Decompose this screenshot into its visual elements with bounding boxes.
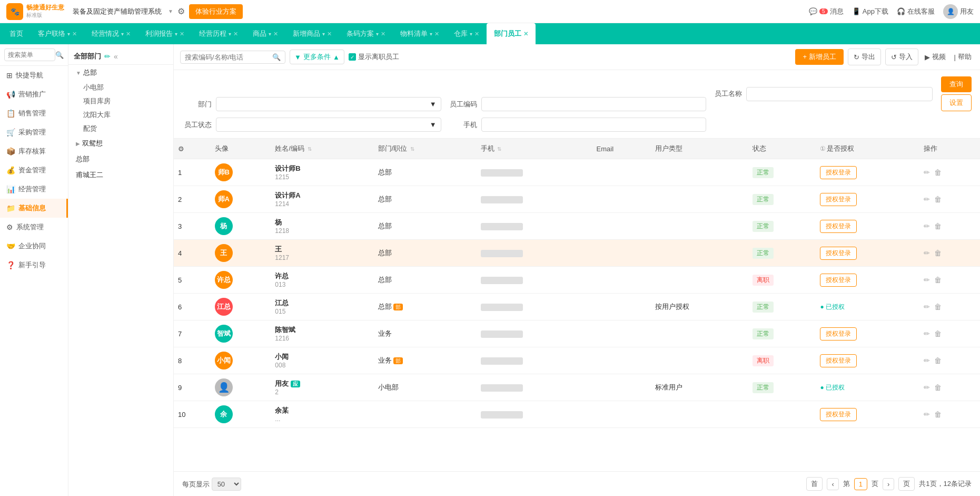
col-name[interactable]: 姓名/编码 ⇅ [271,139,373,159]
set-button[interactable]: 设置 [941,94,972,111]
auth-button[interactable]: 授权登录 [820,274,857,287]
edit-icon[interactable]: ✏ [924,168,930,177]
dept-node-shuangyuan[interactable]: ▶ 双鸳想 [68,135,173,151]
sidebar-item-basic[interactable]: 📁 基础信息 [0,199,68,218]
sidebar-item-purchase[interactable]: 🛒 采购管理 [0,123,68,142]
delete-icon[interactable]: 🗑 [934,249,942,257]
tab-warehouse[interactable]: 仓库 ▾ ✕ [447,23,487,44]
tab-history[interactable]: 经营历程 ▾ ✕ [192,23,245,44]
dept-edit-icon[interactable]: ✏ [104,52,111,61]
sidebar-item-quick-nav[interactable]: ⊞ 快捷导航 [0,66,68,85]
col-settings[interactable]: ⚙ [174,139,211,159]
experience-btn[interactable]: 体验行业方案 [189,4,243,19]
sidebar-item-operation[interactable]: 📊 经营管理 [0,180,68,199]
message-icon-area[interactable]: 💬 5 消息 [809,7,844,16]
page-last-btn[interactable]: 页 [898,477,915,491]
view-button[interactable]: ▶ 视频 [923,49,948,65]
tab-barcode[interactable]: 条码方案 ▾ ✕ [339,23,393,44]
delete-icon[interactable]: 🗑 [934,356,942,365]
col-dept[interactable]: 部门/职位 ⇅ [374,139,477,159]
dept-child-xiaodian[interactable]: 小电部 [68,81,173,94]
delete-icon[interactable]: 🗑 [934,383,942,392]
dept-collapse-icon[interactable]: « [114,52,118,61]
delete-icon[interactable]: 🗑 [934,168,942,177]
show-resigned-toggle[interactable]: ✓ 显示离职员工 [349,52,399,62]
tab-history-close[interactable]: ✕ [233,31,238,37]
edit-icon[interactable]: ✏ [924,303,930,311]
show-resigned-checkbox[interactable]: ✓ [349,53,356,61]
online-service-area[interactable]: 🎧 在线客服 [897,7,935,16]
auth-button[interactable]: 授权登录 [820,247,857,260]
col-phone[interactable]: 手机 ⇅ [477,139,592,159]
tab-barcode-close[interactable]: ✕ [381,31,385,37]
edit-icon[interactable]: ✏ [924,383,930,392]
edit-icon[interactable]: ✏ [924,410,930,419]
user-area[interactable]: 👤 用友 [943,4,974,19]
import-button[interactable]: ↺ 导入 [885,48,918,65]
filter-more-btn[interactable]: ▼ 更多条件 ▲ [290,50,344,64]
delete-icon[interactable]: 🗑 [934,222,942,230]
sidebar-item-system[interactable]: ⚙ 系统管理 [0,218,68,237]
dept-child-xiangmu[interactable]: 项目库房 [68,94,173,108]
dept-select[interactable]: ▼ [216,97,441,111]
page-next-btn[interactable]: › [883,478,894,490]
export-button[interactable]: ↻ 导出 [848,48,881,65]
tab-goods-close[interactable]: ✕ [273,31,278,37]
auth-button[interactable]: 授权登录 [820,220,857,233]
emp-name-input[interactable] [746,87,933,101]
dept-node-zongbu[interactable]: ▼ 总部 [68,65,173,81]
tab-new-goods[interactable]: 新增商品 ▾ ✕ [285,23,339,44]
sidebar-item-marketing[interactable]: 📢 营销推广 [0,85,68,104]
delete-icon[interactable]: 🗑 [934,276,942,284]
auth-button[interactable]: 授权登录 [820,354,857,367]
dept-node-pucheng[interactable]: 甫城王二 [68,167,173,183]
tab-warehouse-close[interactable]: ✕ [474,31,479,37]
tab-goods[interactable]: 商品 ▾ ✕ [245,23,285,44]
sidebar-item-sales[interactable]: 📋 销售管理 [0,104,68,123]
auth-button[interactable]: 授权登录 [820,166,857,179]
help-button[interactable]: | 帮助 [952,49,974,65]
auth-button[interactable]: 授权登录 [820,408,857,421]
tab-department-close[interactable]: ✕ [523,31,528,37]
tab-profit-close[interactable]: ✕ [180,31,184,37]
tab-home[interactable]: 首页 [2,23,31,44]
page-first-btn[interactable]: 首 [806,477,823,491]
sidebar-item-inventory[interactable]: 📦 库存核算 [0,142,68,161]
dept-child-peihuo[interactable]: 配货 [68,122,173,135]
edit-icon[interactable]: ✏ [924,329,930,338]
settings-icon[interactable]: ⚙ [177,6,185,16]
delete-icon[interactable]: 🗑 [934,303,942,311]
page-prev-btn[interactable]: ‹ [827,478,838,490]
query-button[interactable]: 查询 [941,76,972,92]
delete-icon[interactable]: 🗑 [934,195,942,203]
edit-icon[interactable]: ✏ [924,276,930,284]
system-dropdown-arrow[interactable]: ▼ [168,8,173,14]
emp-code-input[interactable] [481,97,707,111]
edit-icon[interactable]: ✏ [924,356,930,365]
auth-button[interactable]: 授权登录 [820,193,857,206]
edit-icon[interactable]: ✏ [924,195,930,203]
tab-business[interactable]: 经营情况 ▾ ✕ [84,23,138,44]
phone-input[interactable] [481,118,707,132]
delete-icon[interactable]: 🗑 [934,329,942,338]
app-download-area[interactable]: 📱 App下载 [852,7,888,16]
sidebar-search-input[interactable] [4,48,55,61]
tab-new-goods-close[interactable]: ✕ [327,31,332,37]
tab-material-close[interactable]: ✕ [434,31,439,37]
auth-button[interactable]: 授权登录 [820,327,857,341]
delete-icon[interactable]: 🗑 [934,410,942,419]
edit-icon[interactable]: ✏ [924,249,930,257]
status-select[interactable]: ▼ [216,118,441,132]
dept-node-zongbu2[interactable]: 总部 [68,151,173,167]
sidebar-item-finance[interactable]: 💰 资金管理 [0,161,68,180]
tab-customer[interactable]: 客户联络 ▾ ✕ [31,23,84,44]
add-employee-button[interactable]: + 新增员工 [795,49,843,65]
dept-child-shenyang[interactable]: 沈阳大库 [68,108,173,122]
sidebar-item-guide[interactable]: ❓ 新手引导 [0,256,68,275]
tab-material[interactable]: 物料清单 ▾ ✕ [393,23,447,44]
tab-business-close[interactable]: ✕ [126,31,131,37]
tab-profit[interactable]: 利润报告 ▾ ✕ [138,23,192,44]
edit-icon[interactable]: ✏ [924,222,930,230]
tab-customer-close[interactable]: ✕ [72,31,77,37]
sidebar-item-collab[interactable]: 🤝 企业协同 [0,237,68,256]
